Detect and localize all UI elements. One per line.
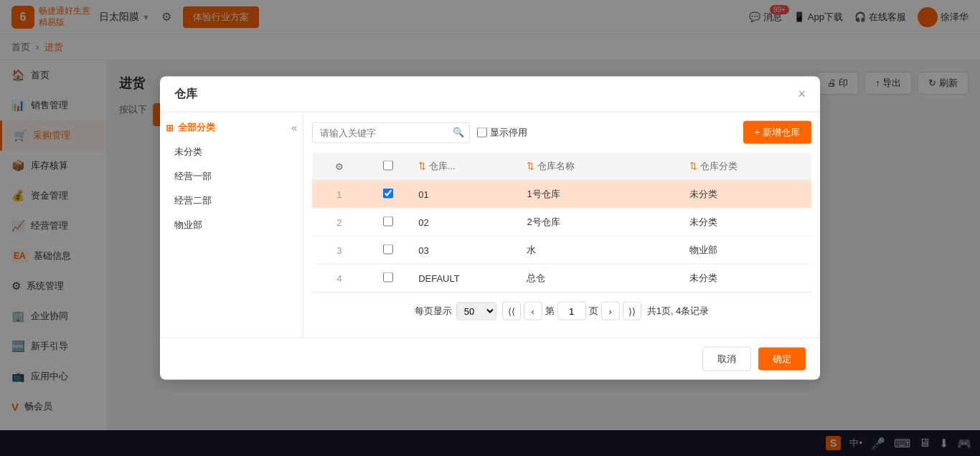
- table-row[interactable]: 1 01 1号仓库 未分类: [312, 180, 811, 208]
- search-input-wrap: 🔍: [312, 122, 470, 143]
- row-checkbox[interactable]: [383, 188, 393, 198]
- page-number-input[interactable]: [557, 302, 586, 320]
- last-page-button[interactable]: ⟩⟩: [623, 302, 641, 320]
- settings-icon[interactable]: ⚙: [335, 161, 344, 171]
- modal-title: 仓库: [174, 87, 197, 102]
- th-name[interactable]: ⇅ 仓库名称: [518, 153, 681, 181]
- row-index: 2: [312, 208, 367, 236]
- warehouse-table: ⚙ ⇅ 仓库... ⇅ 仓库名称: [312, 153, 811, 293]
- modal-close-button[interactable]: ×: [798, 87, 806, 102]
- modal-body: ⊞ 全部分类 « 未分类 经营一部 经营二部 物业部 🔍 显示停用: [160, 113, 820, 338]
- table-row[interactable]: 2 02 2号仓库 未分类: [312, 208, 811, 236]
- grid-icon: ⊞: [166, 122, 174, 133]
- sort-icon-cat: ⇅: [689, 161, 697, 171]
- search-input[interactable]: [312, 122, 470, 143]
- row-name: 总仓: [518, 264, 681, 292]
- th-category[interactable]: ⇅ 仓库分类: [681, 153, 811, 181]
- row-code: 02: [410, 208, 518, 236]
- next-page-button[interactable]: ›: [601, 302, 620, 320]
- th-settings[interactable]: ⚙: [312, 153, 367, 181]
- tree-collapse-button[interactable]: «: [291, 122, 297, 133]
- modal-header: 仓库 ×: [160, 77, 820, 113]
- tree-item-dept1[interactable]: 经营一部: [166, 164, 297, 189]
- row-category: 未分类: [681, 180, 811, 208]
- row-category: 未分类: [681, 264, 811, 292]
- modal-footer: 取消 确定: [160, 338, 820, 380]
- per-page-select[interactable]: 20 50 100: [456, 302, 496, 320]
- page-navigation: ⟨⟨ ‹ 第 页 › ⟩⟩: [502, 302, 641, 320]
- table-area: 🔍 显示停用 + 新增仓库 ⚙: [303, 113, 820, 338]
- search-icon[interactable]: 🔍: [453, 127, 464, 138]
- row-index: 1: [312, 180, 367, 208]
- sort-icon: ⇅: [418, 161, 426, 171]
- tree-item-dept2[interactable]: 经营二部: [166, 189, 297, 213]
- table-row[interactable]: 4 DEFAULT 总仓 未分类: [312, 264, 811, 292]
- warehouse-modal: 仓库 × ⊞ 全部分类 « 未分类 经营一部 经营二部 物业部 🔍: [160, 77, 820, 380]
- cancel-button[interactable]: 取消: [702, 347, 751, 371]
- search-bar: 🔍 显示停用 + 新增仓库: [312, 121, 811, 144]
- confirm-button[interactable]: 确定: [758, 348, 806, 371]
- row-checkbox-cell: [367, 264, 410, 292]
- first-page-button[interactable]: ⟨⟨: [502, 302, 521, 320]
- tree-item-unclassified[interactable]: 未分类: [166, 140, 297, 164]
- add-warehouse-button[interactable]: + 新增仓库: [743, 121, 811, 144]
- table-body: 1 01 1号仓库 未分类 2 02 2号仓库 未分类 3 03 水 物业部 4…: [312, 180, 811, 292]
- table-header-row: ⚙ ⇅ 仓库... ⇅ 仓库名称: [312, 153, 811, 181]
- sort-icon-name: ⇅: [527, 161, 534, 171]
- table-row[interactable]: 3 03 水 物业部: [312, 236, 811, 264]
- category-tree: ⊞ 全部分类 « 未分类 经营一部 经营二部 物业部: [160, 113, 303, 338]
- pagination: 每页显示 20 50 100 ⟨⟨ ‹ 第 页 › ⟩⟩ 共1页, 4条: [312, 293, 811, 329]
- row-checkbox[interactable]: [383, 244, 393, 254]
- row-index: 3: [312, 236, 367, 264]
- select-all-checkbox[interactable]: [383, 160, 393, 170]
- per-page-selector: 每页显示 20 50 100: [415, 302, 496, 320]
- row-checkbox-cell: [367, 208, 410, 236]
- row-checkbox-cell: [367, 236, 410, 264]
- row-category: 物业部: [681, 236, 811, 264]
- total-records: 共1页, 4条记录: [647, 305, 710, 318]
- row-name: 水: [518, 236, 681, 264]
- tree-item-property[interactable]: 物业部: [166, 213, 297, 237]
- show-disabled-checkbox[interactable]: [477, 128, 487, 138]
- row-checkbox[interactable]: [383, 216, 393, 226]
- data-table: ⚙ ⇅ 仓库... ⇅ 仓库名称: [312, 153, 811, 293]
- row-checkbox[interactable]: [383, 272, 393, 282]
- row-checkbox-cell: [367, 180, 410, 208]
- row-name: 2号仓库: [518, 208, 681, 236]
- prev-page-button[interactable]: ‹: [524, 302, 542, 320]
- row-code: 01: [410, 180, 518, 208]
- th-code[interactable]: ⇅ 仓库...: [410, 153, 518, 181]
- row-category: 未分类: [681, 208, 811, 236]
- row-code: DEFAULT: [410, 264, 518, 292]
- row-code: 03: [410, 236, 518, 264]
- show-disabled-toggle[interactable]: 显示停用: [477, 126, 527, 139]
- th-checkbox: [367, 153, 410, 181]
- tree-header: ⊞ 全部分类 «: [166, 121, 297, 134]
- row-name: 1号仓库: [518, 180, 681, 208]
- tree-all-categories[interactable]: ⊞ 全部分类: [166, 121, 215, 134]
- row-index: 4: [312, 264, 367, 292]
